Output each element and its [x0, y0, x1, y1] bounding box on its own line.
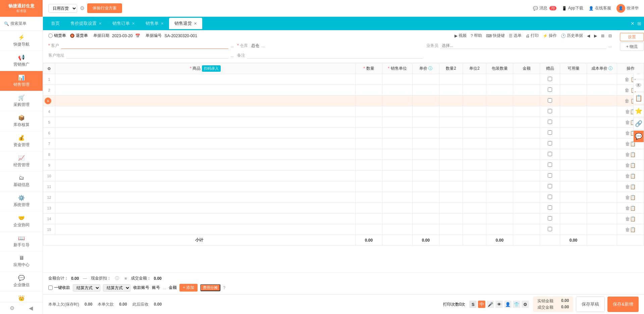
quantity-cell-1[interactable]	[356, 74, 382, 85]
icon-shirt[interactable]: 👕	[513, 301, 520, 308]
radio-sales[interactable]: 销货单	[48, 33, 66, 39]
sidebar-item-basic-info[interactable]: 🗂 基础信息	[0, 172, 43, 191]
icon-mic[interactable]: 🎤	[487, 301, 494, 308]
rfb-btn-2[interactable]: 👁	[633, 80, 644, 91]
user-profile-btn[interactable]: 👤 徐泽华	[616, 4, 639, 13]
one-click-pay-check[interactable]	[48, 286, 53, 290]
tab-sales[interactable]: 销售单 ✕	[140, 18, 169, 29]
tab-close-price[interactable]: ✕	[99, 21, 102, 26]
save-draft-btn[interactable]: 保存草稿	[576, 297, 605, 312]
delete-btn[interactable]: 🗑	[625, 120, 630, 125]
fee-split-btn[interactable]: 费用分摊	[200, 284, 220, 291]
copy-btn[interactable]: 📋	[630, 163, 636, 168]
icon-zh[interactable]: 中	[478, 301, 485, 308]
copy-btn[interactable]: 📋	[630, 184, 636, 189]
gift-check-1[interactable]	[548, 77, 552, 81]
app-download-btn[interactable]: 📱 App下载	[562, 5, 583, 11]
price-cell-3[interactable]	[413, 96, 439, 106]
tab-menu-icon[interactable]: ⊞	[637, 21, 641, 26]
action-shortcut-btn[interactable]: ⌨ 快捷键	[486, 33, 505, 39]
sidebar-item-guide[interactable]: 📖 新手引导	[0, 232, 43, 252]
sidebar-item-inventory[interactable]: 📦 库存核算	[0, 111, 43, 131]
product-cell-2[interactable]	[55, 85, 356, 96]
packqty-cell-3[interactable]	[486, 96, 513, 106]
delete-btn[interactable]: 🗑	[625, 152, 630, 157]
th-gear[interactable]: ⚙	[43, 63, 55, 74]
salesperson-dots[interactable]: ...	[608, 44, 612, 48]
copy-btn[interactable]: 📋	[630, 227, 636, 232]
quantity-cell-3[interactable]	[356, 96, 382, 106]
delete-btn[interactable]: 🗑	[625, 173, 630, 179]
settlement-select[interactable]: 结算方式	[73, 284, 100, 292]
account-dots[interactable]: ...	[163, 286, 166, 290]
product-input-3[interactable]	[57, 98, 354, 103]
icon-cog[interactable]: ⚙	[522, 301, 529, 308]
copy-btn[interactable]: 📋	[630, 195, 636, 200]
message-btn[interactable]: 💬 消息 70	[533, 5, 556, 11]
rfb-btn-6[interactable]: 💬	[633, 130, 644, 142]
unit2-cell-1[interactable]	[463, 74, 486, 85]
tab-close-sales[interactable]: ✕	[161, 21, 164, 26]
tab-close-return[interactable]: ✕	[194, 21, 197, 26]
fee-help-icon[interactable]: ?	[223, 286, 225, 290]
radio-return-input[interactable]	[70, 34, 74, 38]
industry-dropdown[interactable]: 日用百货	[48, 4, 77, 13]
delete-btn[interactable]: 🗑	[625, 205, 630, 211]
unit2-cell-2[interactable]	[463, 85, 486, 96]
qty2-cell-2[interactable]	[439, 85, 463, 96]
sidebar-item-marketing[interactable]: 📢 营销推广	[0, 51, 43, 71]
qty2-cell-3[interactable]	[439, 96, 463, 106]
rfb-btn-4[interactable]: ⭐	[633, 105, 644, 117]
sidebar-item-purchase[interactable]: 🛒 采购管理	[0, 91, 43, 111]
search-menu-button[interactable]: 🔍 搜索菜单	[3, 19, 40, 28]
gift-cell-2[interactable]	[540, 85, 560, 96]
delete-btn[interactable]: 🗑	[625, 184, 630, 189]
cost-cell-2[interactable]	[587, 85, 617, 96]
delete-btn[interactable]: 🗑	[625, 195, 630, 200]
copy-btn[interactable]: 📋	[630, 173, 636, 179]
settings-btn[interactable]: 设置	[620, 33, 644, 41]
sidebar-settings-icon[interactable]: ⚙	[10, 305, 14, 311]
amount-cell-3[interactable]	[513, 96, 540, 106]
delete-row-1-btn[interactable]: 🗑	[625, 77, 629, 82]
available-cell-2[interactable]	[560, 85, 587, 96]
product-cell-3[interactable]	[55, 96, 356, 106]
price-cell-1[interactable]	[413, 74, 439, 85]
calendar-icon[interactable]: 📅	[135, 34, 140, 38]
packqty-cell-2[interactable]	[486, 85, 513, 96]
customer-input[interactable]	[61, 43, 228, 49]
sidebar-item-sales[interactable]: 📊 销售管理	[0, 71, 43, 91]
experience-btn[interactable]: 体验行业方案	[87, 3, 122, 13]
sidebar-item-shortcuts[interactable]: ⚡ 快捷导航	[0, 31, 43, 51]
action-operate-btn[interactable]: ⚡ 操作	[543, 33, 557, 39]
icon-person[interactable]: 👤	[504, 301, 512, 308]
view-list-icon[interactable]: ⊞	[601, 34, 604, 38]
copy-btn[interactable]: 📋	[630, 152, 636, 157]
product-cell-1[interactable]	[55, 74, 356, 85]
remark-input[interactable]	[247, 52, 423, 59]
cost-cell-1[interactable]	[587, 74, 617, 85]
unit-cell-3[interactable]	[382, 96, 413, 106]
delete-btn[interactable]: 🗑	[625, 141, 630, 146]
gift-check-2[interactable]	[548, 87, 552, 92]
rfb-btn-3[interactable]: 📋	[633, 92, 644, 104]
sidebar-item-vip[interactable]: 👑 畅会员	[0, 292, 43, 302]
salesperson-input[interactable]	[440, 43, 606, 49]
gift-cell-1[interactable]	[540, 74, 560, 85]
cost-cell-3[interactable]	[587, 96, 617, 106]
settings-gear-icon[interactable]: ⚙	[80, 5, 85, 11]
calc-select[interactable]: 结算方式	[103, 284, 130, 292]
action-history-btn[interactable]: 🕐 历史单据	[561, 33, 583, 39]
delete-row-2-btn[interactable]: 🗑	[625, 87, 629, 93]
online-service-btn[interactable]: 👤 在线客服	[589, 5, 611, 11]
action-select-btn[interactable]: ☰ 选单	[509, 33, 522, 39]
column-settings-icon[interactable]: ⚙	[47, 66, 51, 71]
unit-cell-2[interactable]	[382, 85, 413, 96]
copy-btn[interactable]: 📋	[630, 205, 636, 211]
tab-close-sales-order[interactable]: ✕	[132, 21, 135, 26]
tab-home[interactable]: 首页	[46, 18, 65, 29]
sidebar-item-app-center[interactable]: 🖥 应用中心	[0, 252, 43, 271]
sidebar-item-collab[interactable]: 🤝 企业协同	[0, 211, 43, 232]
save-new-btn[interactable]: 保存&新增	[607, 297, 639, 312]
add-row-btn[interactable]: +	[45, 98, 51, 104]
